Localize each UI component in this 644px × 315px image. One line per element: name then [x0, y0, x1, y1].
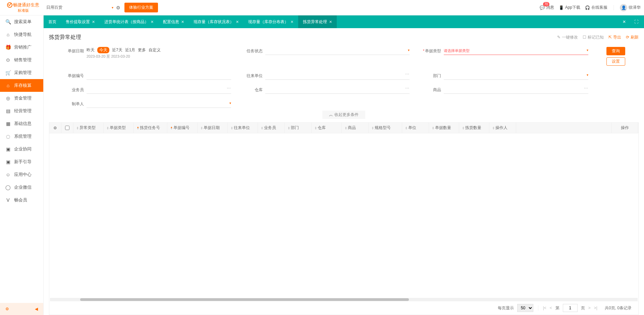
sidebar-item-13[interactable]: ◯企业微信: [0, 181, 43, 194]
date-preset-3[interactable]: 近1月: [125, 47, 136, 53]
sidebar-item-3[interactable]: ⊙销售管理: [0, 54, 43, 66]
date-preset-4[interactable]: 更多: [138, 47, 146, 53]
sidebar-item-10[interactable]: ▣企业协同: [0, 143, 43, 155]
sidebar-item-5[interactable]: ⌂库存核算: [0, 79, 43, 92]
col-header-5[interactable]: ▴▾往来单位: [228, 123, 258, 133]
sidebar-item-7[interactable]: ▤经营管理: [0, 105, 43, 117]
sidebar-icon: ▣: [5, 146, 11, 152]
tab-6[interactable]: 拣货异常处理✕: [298, 15, 337, 28]
app-download-btn[interactable]: 📱App下载: [559, 5, 580, 10]
col-header-11[interactable]: ▴▾单位: [402, 123, 429, 133]
close-icon[interactable]: ✕: [236, 20, 239, 24]
more-icon[interactable]: ⋯: [584, 86, 588, 90]
messages-btn[interactable]: 💬 消息 70: [540, 5, 554, 10]
col-header-8[interactable]: ▴▾仓库: [312, 123, 342, 133]
close-icon[interactable]: ✕: [181, 20, 184, 24]
tab-2[interactable]: 进货单统计表（按商品）✕: [100, 15, 158, 28]
date-preset-1[interactable]: 今天: [97, 47, 109, 53]
col-header-6[interactable]: ▴▾业务员: [258, 123, 285, 133]
filter-product[interactable]: 商品⋯: [420, 86, 588, 94]
date-preset-0[interactable]: 昨天: [87, 47, 95, 53]
page-size-select[interactable]: 50: [517, 304, 533, 312]
more-icon[interactable]: ⋯: [405, 72, 410, 76]
col-header-4[interactable]: ▴▾单据日期: [198, 123, 228, 133]
settings-button[interactable]: 设置: [606, 57, 625, 66]
sidebar-item-0[interactable]: 🔍搜索菜单: [0, 15, 43, 28]
tab-5[interactable]: 现存量（库存分布表）✕: [244, 15, 298, 28]
col-header-3[interactable]: ▴▾单据编号: [167, 123, 198, 133]
sidebar-item-6[interactable]: ◎资金管理: [0, 92, 43, 105]
sort-icon: ▴▾: [288, 126, 290, 130]
chevron-down-icon: ▾: [408, 48, 410, 52]
sidebar-item-4[interactable]: 🛒采购管理: [0, 66, 43, 79]
bookmark-icon: ☐: [583, 35, 586, 40]
col-header-7[interactable]: ▴▾部门: [285, 123, 312, 133]
tabbar: 首页售价提取设置✕进货单统计表（按商品）✕配置信息✕现存量（库存状况表）✕现存量…: [44, 15, 644, 28]
batch-edit-btn[interactable]: ✎一键修改: [557, 35, 578, 40]
prev-page-btn[interactable]: <: [550, 306, 552, 310]
user-menu[interactable]: 👤徐泽华: [620, 4, 641, 11]
sidebar-item-9[interactable]: ◌系统管理: [0, 130, 43, 143]
col-header-0[interactable]: ▴▾异常类型: [73, 123, 104, 133]
next-page-btn[interactable]: >: [588, 306, 591, 310]
more-icon[interactable]: ⋯: [227, 86, 231, 90]
last-page-btn[interactable]: >|: [594, 306, 597, 310]
sidebar-item-2[interactable]: 🎁营销推广: [0, 41, 43, 54]
sidebar-item-12[interactable]: ☺应用中心: [0, 168, 43, 181]
collapse-icon[interactable]: ◀: [35, 307, 38, 311]
settings-gear-icon[interactable]: ⚙: [116, 5, 120, 10]
filter-creator[interactable]: 制单人▾: [62, 100, 231, 108]
col-header-9[interactable]: ▴▾商品: [342, 123, 369, 133]
collapse-filters-btn[interactable]: ︽ 收起更多条件: [49, 109, 639, 120]
filter-partner[interactable]: 往来单位⋯: [241, 72, 410, 80]
close-tab-btn[interactable]: ✕: [619, 17, 629, 27]
page-total: 共0页, 0条记录: [605, 305, 632, 311]
filter-doc-type[interactable]: *单据类型 ▾ 请选择单据类型: [420, 47, 588, 55]
select-all-checkbox[interactable]: [65, 126, 69, 130]
scrollbar-thumb[interactable]: [80, 298, 409, 301]
horizontal-scrollbar[interactable]: [50, 298, 638, 301]
col-header-15[interactable]: 操作: [611, 123, 638, 133]
filter-task-status[interactable]: 任务状态 ▾: [241, 47, 410, 55]
close-icon[interactable]: ✕: [329, 20, 332, 24]
tab-1[interactable]: 售价提取设置✕: [61, 15, 100, 28]
close-icon[interactable]: ✕: [92, 20, 95, 24]
col-header-14[interactable]: ▴▾操作人: [489, 123, 516, 133]
col-header-1[interactable]: ▴▾单据类型: [104, 123, 134, 133]
filter-dept[interactable]: 部门▾: [420, 72, 588, 80]
gear-icon[interactable]: ⚙: [5, 307, 9, 311]
mark-known-btn[interactable]: ☐标记已知: [583, 35, 604, 40]
date-preset-5[interactable]: 自定义: [149, 47, 161, 53]
col-header-12[interactable]: ▴▾单据数量: [429, 123, 459, 133]
col-header-10[interactable]: ▴▾规格型号: [369, 123, 402, 133]
sidebar-item-11[interactable]: ▣新手引导: [0, 155, 43, 168]
close-icon[interactable]: ✕: [151, 20, 154, 24]
col-header-2[interactable]: ▴▾拣货任务号: [134, 123, 167, 133]
close-icon[interactable]: ✕: [290, 20, 293, 24]
col-checkbox[interactable]: [61, 123, 73, 133]
sidebar-item-14[interactable]: V畅会员: [0, 194, 43, 206]
online-service-btn[interactable]: 🎧在线客服: [585, 5, 607, 10]
filter-doc-no[interactable]: 单据编号: [62, 72, 231, 80]
export-btn[interactable]: ⇱导出: [608, 35, 621, 40]
col-header-13[interactable]: ▴▾拣货数量: [459, 123, 489, 133]
sort-icon: ▴▾: [432, 126, 434, 130]
col-settings[interactable]: ⚙: [49, 123, 61, 133]
fullscreen-btn[interactable]: ⛶: [631, 17, 641, 27]
filter-salesman[interactable]: 业务员⋯: [62, 86, 231, 94]
sidebar-item-8[interactable]: ▦基础信息: [0, 117, 43, 130]
tab-0[interactable]: 首页: [44, 15, 61, 28]
try-industry-btn[interactable]: 体验行业方案: [124, 3, 158, 12]
query-button[interactable]: 查询: [606, 47, 625, 55]
filter-warehouse[interactable]: 仓库⋯: [241, 86, 410, 94]
page-input[interactable]: [563, 304, 578, 312]
more-icon[interactable]: ⋯: [405, 86, 410, 90]
first-page-btn[interactable]: |<: [543, 306, 546, 310]
company-selector[interactable]: 日用百货 ▾: [46, 3, 113, 13]
sidebar-item-1[interactable]: ⌂快捷导航: [0, 28, 43, 41]
sidebar-label: 搜索菜单: [14, 19, 32, 25]
tab-4[interactable]: 现存量（库存状况表）✕: [189, 15, 244, 28]
refresh-btn[interactable]: ⟳刷新: [626, 35, 639, 40]
tab-3[interactable]: 配置信息✕: [158, 15, 189, 28]
date-preset-2[interactable]: 近7天: [112, 47, 122, 53]
